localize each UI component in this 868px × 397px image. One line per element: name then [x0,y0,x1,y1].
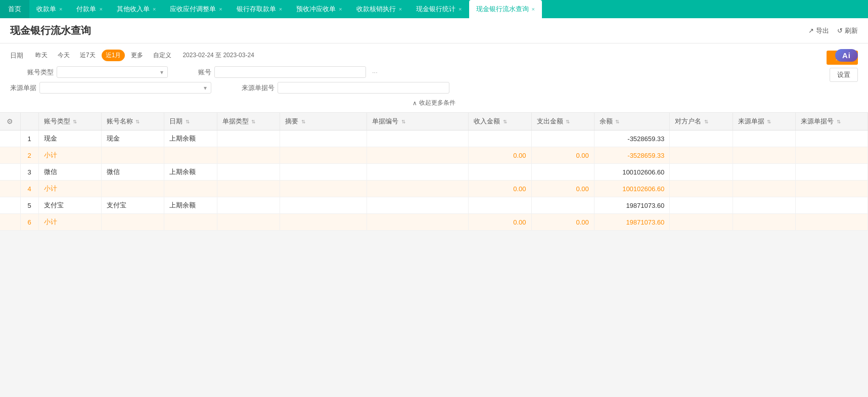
table-cell: 0.00 [469,147,531,164]
table-cell [795,197,867,214]
table-cell [531,164,594,181]
table-row[interactable]: 2小计0.000.00-3528659.33 [0,147,868,164]
table-cell [531,130,594,147]
nav-item-shoukuanzhixing[interactable]: 收款核销执行 × [349,0,409,18]
export-button[interactable]: ↗ 导出 [808,26,829,35]
nav-item-shoudan[interactable]: 收款单 × [29,0,69,18]
settings-button[interactable]: 设置 [830,68,858,82]
date-label: 日期 [10,51,23,60]
nav-item-liushui[interactable]: 现金银行流水查询 × [469,0,542,18]
th-gear[interactable]: ⚙ [0,113,20,130]
nav-item-fukudan[interactable]: 付款单 × [69,0,109,18]
source-doc-select[interactable] [39,82,211,94]
refresh-button[interactable]: ↺ 刷新 [837,26,858,35]
date-btn-today[interactable]: 今天 [54,50,74,61]
nav-item-label: 收款单 [36,5,56,14]
th-date[interactable]: 日期 ⇅ [164,113,217,130]
sort-arrows-icon: ⇅ [767,119,771,124]
nav-item-label: 收款核销执行 [356,5,396,14]
header-actions: ↗ 导出 ↺ 刷新 [808,26,858,35]
close-icon[interactable]: × [532,6,535,12]
source-doc-no-input[interactable] [278,82,449,94]
refresh-label: 刷新 [845,26,858,35]
table-cell: 6 [20,214,38,231]
collapse-label: 收起更多条件 [419,99,455,107]
top-nav: 首页 收款单 × 付款单 × 其他收入单 × 应收应付调整单 × 银行存取款单 … [0,0,868,18]
chevron-down-icon [160,68,163,76]
close-icon[interactable]: × [399,6,402,12]
source-doc-filter: 来源单据 [10,82,211,94]
table-cell: 小计 [38,181,101,197]
nav-item-yingshoutiaozheng[interactable]: 应收应付调整单 × [163,0,229,18]
sort-arrows-icon: ⇅ [566,119,570,124]
table-cell [280,214,367,231]
table-cell: 现金 [38,130,101,147]
th-account-name[interactable]: 账号名称 ⇅ [101,113,164,130]
sort-arrows-icon: ⇅ [704,119,708,124]
table-row[interactable]: 3微信微信上期余额100102606.60 [0,164,868,181]
table-cell [0,214,20,231]
gear-icon[interactable]: ⚙ [7,117,13,125]
th-income[interactable]: 收入金额 ⇅ [469,113,531,130]
sort-arrows-icon: ⇅ [301,119,305,124]
close-icon[interactable]: × [279,6,282,12]
table-cell [164,181,217,197]
date-btn-custom[interactable]: 自定义 [149,50,175,61]
table-cell [531,197,594,214]
th-doc-type[interactable]: 单据类型 ⇅ [217,113,280,130]
table-cell: 上期余额 [164,164,217,181]
table-cell: 100102606.60 [594,164,669,181]
th-balance[interactable]: 余额 ⇅ [594,113,669,130]
nav-item-yinhangcunqu[interactable]: 银行存取款单 × [230,0,289,18]
table-cell [733,147,795,164]
table-cell: 0.00 [531,214,594,231]
table-row[interactable]: 4小计0.000.00100102606.60 [0,181,868,197]
th-account-type[interactable]: 账号类型 ⇅ [38,113,101,130]
date-btn-1month[interactable]: 近1月 [102,50,125,61]
nav-item-label: 现金银行统计 [416,5,455,14]
close-icon[interactable]: × [339,6,342,12]
table-cell [217,147,280,164]
table-cell: 0.00 [531,147,594,164]
source-doc-label: 来源单据 [10,83,36,93]
table-cell [217,197,280,214]
table-row[interactable]: 6小计0.000.0019871073.60 [0,214,868,231]
more-options-icon[interactable]: ··· [369,67,381,77]
th-rownum [20,113,38,130]
table-cell [280,130,367,147]
close-icon[interactable]: × [153,6,156,12]
nav-home[interactable]: 首页 [0,0,29,18]
th-summary[interactable]: 摘要 ⇅ [280,113,367,130]
table-cell [217,181,280,197]
main-content: ⚙ 账号类型 ⇅ 账号名称 ⇅ 日期 ⇅ 单据类型 ⇅ [0,113,868,231]
th-counterpart[interactable]: 对方户名 ⇅ [670,113,733,130]
account-input[interactable] [214,66,366,78]
th-source-doc[interactable]: 来源单据 ⇅ [733,113,795,130]
close-icon[interactable]: × [59,6,62,12]
th-expense[interactable]: 支出金额 ⇅ [531,113,594,130]
nav-item-yushoudan[interactable]: 预收冲应收单 × [289,0,349,18]
table-row[interactable]: 5支付宝支付宝上期余额19871073.60 [0,197,868,214]
table-cell [670,164,733,181]
nav-item-xianjintongji[interactable]: 现金银行统计 × [409,0,469,18]
nav-item-qitashourudan[interactable]: 其他收入单 × [110,0,163,18]
close-icon[interactable]: × [99,6,102,12]
table-cell [164,147,217,164]
table-row[interactable]: 1现金现金上期余额-3528659.33 [0,130,868,147]
close-icon[interactable]: × [219,6,222,12]
ai-badge[interactable]: Ai [835,49,858,62]
nav-item-label: 应收应付调整单 [170,5,216,14]
account-type-select[interactable] [57,66,168,78]
date-btn-7days[interactable]: 近7天 [76,50,100,61]
table-cell [217,214,280,231]
date-range-display: 2023-02-24 至 2023-03-24 [182,51,254,60]
table-cell [733,164,795,181]
date-btn-yesterday[interactable]: 昨天 [31,50,52,61]
close-icon[interactable]: × [459,6,462,12]
sort-arrows-icon: ⇅ [251,119,255,124]
table-cell: 1 [20,130,38,147]
date-btn-more[interactable]: 更多 [127,50,147,61]
th-source-doc-no[interactable]: 来源单据号 ⇅ [795,113,867,130]
collapse-bar[interactable]: ∧ 收起更多条件 [10,97,858,108]
th-doc-no[interactable]: 单据编号 ⇅ [367,113,469,130]
